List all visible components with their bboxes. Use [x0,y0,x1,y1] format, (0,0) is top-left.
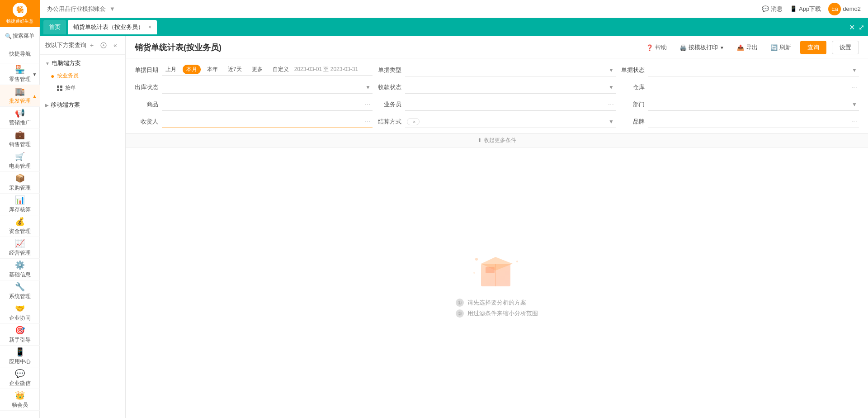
hint-num-1: ① [456,299,464,307]
add-scheme-btn[interactable]: + [87,41,96,50]
warehouse-input[interactable]: ··· [648,81,859,94]
grid-icon [56,85,63,92]
brand-input[interactable]: ··· [648,115,859,128]
sidebar-item-sales[interactable]: 💼 销售管理 [0,128,40,150]
sidebar-item-collab[interactable]: 🤝 企业协同 [0,302,40,324]
svg-rect-3 [57,89,59,91]
sidebar-item-system[interactable]: 🔧 系统管理 [0,280,40,302]
filter-goods: 商品 ··· [135,98,373,111]
sidebar-item-retail[interactable]: 🏪 零售管理 ▼ [0,63,40,85]
sidebar-item-basic[interactable]: ⚙️ 基础信息 [0,259,40,280]
hint-text-1: 请先选择要分析的方案 [467,299,526,307]
filter-row-2: 出库状态 ▼ 收款状态 ▼ [135,81,859,94]
wholesale-icon: 🏬 [15,86,25,96]
goods-more-icon[interactable]: ··· [363,100,373,109]
sidebar-item-label: 应用中心 [9,358,31,366]
scheme-group-mobile-header[interactable]: ▶ 移动端方案 [40,99,125,111]
salesperson-more-icon[interactable]: ··· [606,100,616,109]
scheme-group-mobile: ▶ 移动端方案 [40,96,125,114]
tag-close-icon[interactable]: × [413,119,415,124]
message-action[interactable]: 💬 消息 [762,5,783,13]
tab-sales-stats[interactable]: 销货单统计表（按业务员） × [68,20,157,34]
svg-rect-6 [486,267,495,273]
date-range: 2023-03-01 至 2023-03-31 [294,66,358,73]
more-icon[interactable]: ··· [849,83,859,91]
header-left: 办公用品行业模拟账套 ▼ [47,5,115,13]
payment-status-dropdown[interactable]: ▼ [405,81,616,94]
sidebar-item-label: 企业协同 [9,314,31,322]
empty-state: ① 请先选择要分析的方案 ② 用过滤条件来缩小分析范围 [126,147,868,418]
doc-status-dropdown[interactable]: ▼ [648,64,859,76]
logo[interactable]: 畅 畅捷通好生意 [0,0,40,27]
export-label: 导出 [746,43,758,52]
scheme-group-pc-header[interactable]: ▼ 电脑端方案 [40,57,125,69]
collapse-bar[interactable]: ⬆ 收起更多条件 [126,134,868,147]
quick-nav[interactable]: 快捷导航 [0,45,40,63]
brand-label: 品牌 [621,118,648,126]
dropdown-icon[interactable]: ▼ [109,5,115,12]
print-btn[interactable]: 🖨️ 按模板打印 ▼ [676,42,728,53]
sidebar-item-purchase[interactable]: 📦 采购管理 [0,172,40,194]
scheme-group-mobile-title: 移动端方案 [51,101,80,109]
sidebar-item-wechat[interactable]: 💬 企业微信 [0,367,40,389]
date-btn-7days[interactable]: 近7天 [224,65,245,74]
filter-out-status: 出库状态 ▼ [135,81,373,94]
guide-icon: 🎯 [15,325,25,335]
help-btn[interactable]: ❓ 帮助 [642,42,670,53]
sidebar-search[interactable]: 🔍 搜索菜单 [0,27,40,45]
edit-scheme-btn[interactable] [99,41,108,50]
date-btn-custom[interactable]: 自定义 [269,65,292,74]
sidebar-item-label: 营销推广 [9,119,31,127]
user-name: demo2 [843,5,861,12]
out-status-dropdown[interactable]: ▼ [162,81,373,94]
sidebar-item-apps[interactable]: 📱 应用中心 [0,346,40,367]
salesperson-input[interactable]: ··· [405,98,616,111]
date-btn-current-month[interactable]: 本月 [183,65,201,74]
tab-home[interactable]: 首页 [43,20,66,34]
sub-scheme-by-doc[interactable]: 按单 [40,82,125,94]
sidebar-item-finance[interactable]: 💰 资金管理 [0,215,40,237]
scheme-by-salesperson[interactable]: ● 按业务员 [40,69,125,82]
query-btn[interactable]: 查询 [800,41,826,54]
date-btn-last-month[interactable]: 上月 [162,65,180,74]
question-icon: ❓ [646,44,653,51]
receiver-input[interactable]: ··· [162,115,373,128]
doc-type-dropdown[interactable]: ▼ [405,64,616,76]
operations-icon: 📈 [15,238,25,248]
maximize-btn[interactable]: ⤢ [859,23,864,32]
user-action[interactable]: Ea demo2 [828,3,861,15]
department-dropdown[interactable]: ▼ [648,98,859,111]
sidebar-item-operations[interactable]: 📈 经营管理 [0,237,40,259]
close-tab-btn[interactable]: ✕ [849,23,855,32]
sidebar-item-inventory[interactable]: 📊 库存核算 [0,194,40,215]
receiver-label: 收货人 [135,118,162,126]
tab-close-btn[interactable]: × [148,24,151,30]
retail-icon: 🏪 [15,65,25,75]
sidebar-item-label: 电商管理 [9,162,31,170]
receiver-more-icon[interactable]: ··· [363,118,373,126]
app-download-action[interactable]: 📱 App下载 [790,5,821,13]
hint-num-2: ② [456,309,464,318]
expand-arrow-icon: ▼ [45,61,50,66]
chevron-up-icon: ▲ [33,93,37,98]
date-btn-more[interactable]: 更多 [248,65,266,74]
home-tab-label: 首页 [49,23,61,31]
hint-text-2: 用过滤条件来缩小分析范围 [467,309,538,318]
sidebar-item-marketing[interactable]: 📢 营销推广 [0,107,40,128]
export-btn[interactable]: 📤 导出 [733,42,761,53]
sidebar: 畅 畅捷通好生意 🔍 搜索菜单 快捷导航 🏪 零售管理 ▼ 🏬 批发管理 ▲ 📢 [0,0,40,418]
setting-btn[interactable]: 设置 [832,41,859,54]
date-label: 单据日期 [135,66,162,74]
left-panel-actions: + « [87,41,120,50]
filter-salesperson: 业务员 ··· [378,98,616,111]
sidebar-item-guide[interactable]: 🎯 新手引导 [0,324,40,346]
settlement-dropdown[interactable]: × ▼ [405,115,616,128]
refresh-btn[interactable]: 🔄 刷新 [767,42,795,53]
sidebar-item-wholesale[interactable]: 🏬 批发管理 ▲ [0,85,40,107]
date-btn-current-year[interactable]: 本年 [203,65,222,74]
sidebar-item-member[interactable]: 👑 畅会员 [0,389,40,411]
brand-more-icon[interactable]: ··· [849,118,859,126]
collapse-panel-btn[interactable]: « [111,41,120,50]
goods-input[interactable]: ··· [162,98,373,111]
sidebar-item-ecommerce[interactable]: 🛒 电商管理 [0,150,40,172]
